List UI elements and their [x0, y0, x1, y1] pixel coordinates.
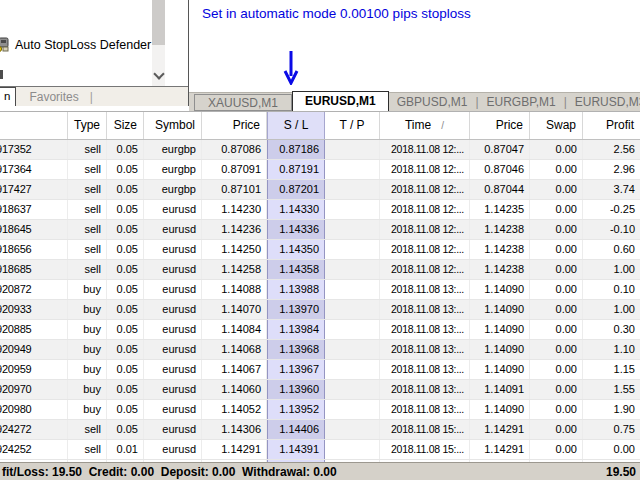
time-cell: 2018.11.08 15:... [380, 440, 470, 459]
ea-comment-text: Set in automatic mode 0.00100 pips stopl… [202, 6, 471, 21]
type-cell: sell [68, 440, 107, 459]
type-cell: sell [68, 200, 107, 219]
current-price-cell: 0.87044 [470, 180, 530, 199]
size-cell: 0.01 [107, 440, 144, 459]
sl-cell: 1.14358 [267, 260, 325, 279]
column-header-order[interactable] [0, 112, 68, 139]
chart-tab-eurusd-m1[interactable]: EURUSD,M1 [292, 91, 389, 112]
current-price-cell: 1.14091 [470, 380, 530, 399]
swap-cell: 0.00 [530, 180, 583, 199]
profit-cell: 0.00 [583, 440, 640, 459]
size-cell: 0.05 [107, 160, 144, 179]
order-row[interactable]: 924272sell0.05eurusd1.143061.144062018.1… [0, 420, 640, 440]
order-cell: 920933 [0, 300, 68, 319]
order-row[interactable]: 920872buy0.05eurusd1.140881.139882018.11… [0, 280, 640, 300]
sl-cell: 0.87201 [267, 180, 325, 199]
order-row[interactable]: 918685sell0.05eurusd1.142581.143582018.1… [0, 260, 640, 280]
time-cell: 2018.11.08 15:... [380, 420, 470, 439]
current-price-cell: 1.14090 [470, 300, 530, 319]
order-cell: 920959 [0, 360, 68, 379]
symbol-cell: eurusd [144, 380, 202, 399]
tp-cell [325, 140, 380, 159]
swap-cell: 0.00 [530, 400, 583, 419]
profit-cell: -0.10 [583, 220, 640, 239]
scroll-down-icon[interactable] [153, 68, 164, 79]
swap-cell: 0.00 [530, 280, 583, 299]
order-row[interactable]: 917364sell0.05eurgbp0.870910.871912018.1… [0, 160, 640, 180]
size-cell: 0.05 [107, 420, 144, 439]
time-cell: 2018.11.08 13:... [380, 380, 470, 399]
scrollbar-thumb[interactable] [152, 0, 165, 45]
order-row[interactable]: 917427sell0.05eurgbp0.871010.872012018.1… [0, 180, 640, 200]
size-cell: 0.05 [107, 400, 144, 419]
column-header-s-l[interactable]: S / L [267, 112, 325, 139]
order-cell: 920980 [0, 400, 68, 419]
tp-cell [325, 180, 380, 199]
tp-cell [325, 220, 380, 239]
order-row[interactable]: 920885buy0.05eurusd1.140841.139842018.11… [0, 320, 640, 340]
sl-cell: 1.13960 [267, 380, 325, 399]
profit-cell: 0.60 [583, 240, 640, 259]
navigator-scrollbar[interactable] [152, 0, 165, 86]
column-header-profit[interactable]: Profit [583, 112, 640, 139]
tp-cell [325, 340, 380, 359]
swap-cell: 0.00 [530, 420, 583, 439]
order-row[interactable]: 924252sell0.01eurusd1.142911.143912018.1… [0, 440, 640, 460]
order-row[interactable]: 920949buy0.05eurusd1.140681.139682018.11… [0, 340, 640, 360]
order-cell: 920970 [0, 380, 68, 399]
order-row[interactable]: 918637sell0.05eurusd1.142301.143302018.1… [0, 200, 640, 220]
price-cell: 0.87086 [202, 140, 267, 159]
order-row[interactable]: 920970buy0.05eurusd1.140601.139602018.11… [0, 380, 640, 400]
time-cell: 2018.11.08 13:... [380, 400, 470, 419]
sl-cell: 1.14406 [267, 420, 325, 439]
order-row[interactable]: 920933buy0.05eurusd1.140701.139702018.11… [0, 300, 640, 320]
order-row[interactable]: 918656sell0.05eurusd1.142501.143502018.1… [0, 240, 640, 260]
order-cell: 920949 [0, 340, 68, 359]
price-cell: 0.87091 [202, 160, 267, 179]
order-row[interactable]: 918645sell0.05eurusd1.142361.143362018.1… [0, 220, 640, 240]
sl-cell: 1.14330 [267, 200, 325, 219]
price-cell: 1.14070 [202, 300, 267, 319]
order-row[interactable]: 920959buy0.05eurusd1.140671.139672018.11… [0, 360, 640, 380]
column-header-size[interactable]: Size [107, 112, 144, 139]
column-header-price[interactable]: Price [202, 112, 267, 139]
order-row[interactable]: 920980buy0.05eurusd1.140521.139522018.11… [0, 400, 640, 420]
chart-tab-eurusd-m30[interactable]: EURUSD,M30 [567, 93, 640, 111]
symbol-cell: eurgbp [144, 160, 202, 179]
column-header-time[interactable]: Time/ [380, 112, 470, 139]
symbol-cell: eurgbp [144, 140, 202, 159]
swap-cell: 0.00 [530, 160, 583, 179]
chart-tab-eurgbp-m1[interactable]: EURGBP,M1 [479, 93, 564, 111]
price-cell: 1.14084 [202, 320, 267, 339]
navigator-tab-favorites[interactable]: Favorites [29, 90, 78, 104]
current-price-cell: 1.14238 [470, 260, 530, 279]
column-header-type[interactable]: Type [68, 112, 107, 139]
time-cell: 2018.11.08 12:... [380, 240, 470, 259]
chart-tab-xauusd-m1[interactable]: XAUUSD,M1 [194, 94, 292, 111]
swap-cell: 0.00 [530, 240, 583, 259]
navigator-item-auto-stoploss-defender[interactable]: Auto StopLoss Defender [0, 36, 151, 54]
symbol-cell: eurusd [144, 360, 202, 379]
order-row[interactable]: 917352sell0.05eurgbp0.870860.871862018.1… [0, 140, 640, 160]
time-cell: 2018.11.08 13:... [380, 360, 470, 379]
symbol-cell: eurusd [144, 420, 202, 439]
price-cell: 1.14230 [202, 200, 267, 219]
swap-cell: 0.00 [530, 140, 583, 159]
type-cell: sell [68, 240, 107, 259]
price-cell: 1.14306 [202, 420, 267, 439]
column-header-price[interactable]: Price [470, 112, 530, 139]
table-header: TypeSizeSymbolPriceS / LT / PTime/PriceS… [0, 111, 640, 140]
chart-tab-gbpusd-m1[interactable]: GBPUSD,M1 [389, 93, 476, 111]
profit-cell: 1.00 [583, 300, 640, 319]
column-header-t-p[interactable]: T / P [325, 112, 380, 139]
price-cell: 1.14067 [202, 360, 267, 379]
profit-cell: 0.75 [583, 420, 640, 439]
swap-cell: 0.00 [530, 220, 583, 239]
column-header-swap[interactable]: Swap [530, 112, 583, 139]
profit-cell: 3.74 [583, 180, 640, 199]
time-cell: 2018.11.08 13:... [380, 320, 470, 339]
column-header-symbol[interactable]: Symbol [144, 112, 202, 139]
swap-cell: 0.00 [530, 380, 583, 399]
trade-table: TypeSizeSymbolPriceS / LT / PTime/PriceS… [0, 111, 640, 463]
navigator-tab-n[interactable]: n [0, 87, 16, 106]
